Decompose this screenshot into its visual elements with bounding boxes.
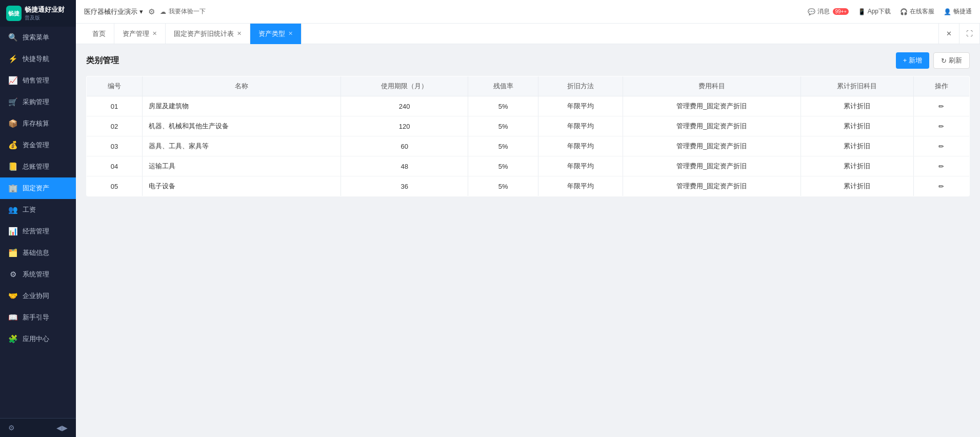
messages-icon: 💬 (808, 8, 815, 15)
table-row: 05电子设备365%年限平均管理费用_固定资产折旧累计折旧✏ (87, 176, 970, 196)
user-label: 畅捷通 (953, 7, 972, 16)
topbar: 医疗器械行业演示 ▾ ⚙ ☁ 我要体验一下 💬 消息 99++ 📱 App下载 … (76, 0, 980, 24)
col-header-操作: 操作 (913, 76, 969, 96)
sidebar-footer: ⚙ ◀▶ (0, 418, 76, 437)
cell-2-5: 管理费用_固定资产折旧 (623, 136, 801, 156)
table-row: 03器具、工具、家具等605%年限平均管理费用_固定资产折旧累计折旧✏ (87, 136, 970, 156)
new-btn[interactable]: + 新增 (896, 52, 929, 69)
settings-footer-icon[interactable]: ⚙ (8, 424, 15, 432)
tab-close-3[interactable]: ✕ (288, 30, 293, 37)
cell-0-1: 房屋及建筑物 (143, 96, 341, 116)
sidebar-icon-salary: 👥 (8, 205, 17, 214)
logo-icon: 畅捷 (6, 6, 22, 21)
messages-btn[interactable]: 💬 消息 99++ (808, 7, 848, 16)
sidebar-icon-guide: 📖 (8, 313, 17, 322)
edit-btn-row-4[interactable]: ✏ (913, 176, 969, 196)
col-header-费用科目: 费用科目 (623, 76, 801, 96)
edit-btn-row-1[interactable]: ✏ (913, 116, 969, 136)
cell-0-5: 管理费用_固定资产折旧 (623, 96, 801, 116)
edit-btn-row-3[interactable]: ✏ (913, 156, 969, 176)
sidebar-label-fixed-assets: 固定资产 (23, 184, 49, 193)
sidebar-item-guide[interactable]: 📖 新手引导 (0, 307, 76, 328)
col-header-残值率: 残值率 (468, 76, 538, 96)
sidebar-item-sales[interactable]: 📈 销售管理 (0, 70, 76, 91)
sidebar-item-collaboration[interactable]: 🤝 企业协同 (0, 285, 76, 307)
edit-btn-row-2[interactable]: ✏ (913, 136, 969, 156)
sidebar-item-purchase[interactable]: 🛒 采购管理 (0, 91, 76, 113)
table-row: 04运输工具485%年限平均管理费用_固定资产折旧累计折旧✏ (87, 156, 970, 176)
sidebar-item-ledger[interactable]: 📒 总账管理 (0, 156, 76, 177)
sidebar-item-app-center[interactable]: 🧩 应用中心 (0, 328, 76, 350)
app-name: 畅捷通好业财 (25, 6, 65, 14)
experience-btn[interactable]: ☁ 我要体验一下 (160, 7, 206, 16)
close-tab-btn[interactable]: ✕ (939, 24, 959, 44)
sidebar-label-search: 搜索菜单 (23, 33, 49, 42)
main-area: 医疗器械行业演示 ▾ ⚙ ☁ 我要体验一下 💬 消息 99++ 📱 App下载 … (76, 0, 980, 437)
topbar-settings-icon[interactable]: ⚙ (148, 7, 155, 16)
company-selector[interactable]: 医疗器械行业演示 ▾ (84, 7, 143, 16)
cell-4-4: 年限平均 (538, 176, 623, 196)
collapse-sidebar-icon[interactable]: ◀▶ (56, 424, 68, 432)
cell-4-6: 累计折旧 (801, 176, 913, 196)
sidebar-label-collaboration: 企业协同 (23, 291, 49, 301)
cell-0-4: 年限平均 (538, 96, 623, 116)
refresh-icon: ↻ (941, 57, 947, 65)
app-download-icon: 📱 (858, 8, 866, 15)
cell-0-2: 240 (341, 96, 468, 116)
sidebar-icon-quicknav: ⚡ (8, 54, 17, 64)
sidebar-icon-fixed-assets: 🏢 (8, 184, 17, 193)
cell-2-0: 03 (87, 136, 143, 156)
cell-4-2: 36 (341, 176, 468, 196)
cell-1-0: 02 (87, 116, 143, 136)
refresh-btn[interactable]: ↻ 刷新 (933, 52, 970, 69)
app-download-label: App下载 (868, 7, 891, 16)
table-row: 02机器、机械和其他生产设备1205%年限平均管理费用_固定资产折旧累计折旧✏ (87, 116, 970, 136)
sidebar-label-inventory: 库存核算 (23, 119, 49, 128)
cell-3-5: 管理费用_固定资产折旧 (623, 156, 801, 176)
tab-label-3: 资产类型 (258, 29, 285, 38)
col-header-折旧方法: 折旧方法 (538, 76, 623, 96)
cell-4-5: 管理费用_固定资产折旧 (623, 176, 801, 196)
tab-close-1[interactable]: ✕ (152, 30, 157, 37)
sidebar-item-quicknav[interactable]: ⚡ 快捷导航 (0, 48, 76, 70)
sidebar-icon-operations: 📊 (8, 227, 17, 236)
user-menu-btn[interactable]: 👤 畅捷通 (944, 7, 972, 16)
tab-3[interactable]: 资产类型✕ (250, 24, 302, 44)
sidebar-label-system: 系统管理 (23, 270, 49, 279)
tab-1[interactable]: 资产管理✕ (114, 24, 166, 44)
sidebar-icon-search: 🔍 (8, 33, 17, 42)
sidebar-label-app-center: 应用中心 (23, 334, 49, 344)
sidebar-item-fixed-assets[interactable]: 🏢 固定资产 (0, 177, 76, 199)
company-dropdown-icon: ▾ (139, 8, 143, 15)
messages-badge: 99++ (833, 8, 848, 15)
sidebar-icon-app-center: 🧩 (8, 334, 17, 344)
customer-service-btn[interactable]: 🎧 在线客服 (900, 7, 934, 16)
sidebar-item-operations[interactable]: 📊 经营管理 (0, 221, 76, 242)
experience-label: 我要体验一下 (169, 7, 206, 16)
sidebar-item-system[interactable]: ⚙ 系统管理 (0, 264, 76, 285)
edit-btn-row-0[interactable]: ✏ (913, 96, 969, 116)
tab-2[interactable]: 固定资产折旧统计表✕ (166, 24, 250, 44)
expand-tab-btn[interactable]: ⛶ (959, 24, 980, 44)
sidebar-item-basic-info[interactable]: 🗂️ 基础信息 (0, 242, 76, 264)
sidebar-icon-system: ⚙ (8, 270, 17, 279)
sidebar-icon-ledger: 📒 (8, 162, 17, 171)
cell-0-3: 5% (468, 96, 538, 116)
app-edition: 普及版 (25, 14, 65, 21)
cell-1-6: 累计折旧 (801, 116, 913, 136)
sidebar-item-funds[interactable]: 💰 资金管理 (0, 134, 76, 156)
sidebar-icon-purchase: 🛒 (8, 97, 17, 107)
sidebar-icon-inventory: 📦 (8, 119, 17, 128)
tab-close-2[interactable]: ✕ (237, 30, 242, 37)
sidebar-label-salary: 工资 (23, 205, 36, 214)
experience-cloud-icon: ☁ (160, 8, 166, 15)
sidebar-item-salary[interactable]: 👥 工资 (0, 199, 76, 221)
sidebar-icon-funds: 💰 (8, 141, 17, 150)
sidebar-item-search[interactable]: 🔍 搜索菜单 (0, 27, 76, 48)
sidebar-label-quicknav: 快捷导航 (23, 54, 49, 64)
tab-0[interactable]: 首页 (84, 24, 114, 44)
app-download-btn[interactable]: 📱 App下载 (858, 7, 891, 16)
sidebar-item-inventory[interactable]: 📦 库存核算 (0, 113, 76, 134)
sidebar-icon-collaboration: 🤝 (8, 291, 17, 301)
cell-0-6: 累计折旧 (801, 96, 913, 116)
